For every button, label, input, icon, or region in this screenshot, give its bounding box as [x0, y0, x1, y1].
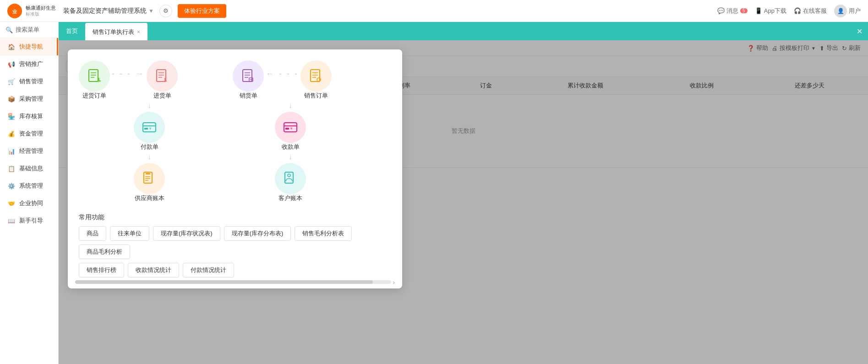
flow-item-sales-order[interactable]: 销售订单 [300, 60, 332, 100]
online-service-button[interactable]: 🎧 在线客服 [794, 7, 827, 15]
svg-text:¥: ¥ [290, 126, 293, 130]
content-area: 首页 销售订单执行表 × ✕ ❓ 帮助 [59, 22, 868, 364]
sidebar-item-purchase[interactable]: 📦 采购管理 [0, 90, 58, 108]
app-download-button[interactable]: 📱 App下载 [755, 7, 786, 15]
customer-account-icon [275, 163, 306, 194]
download-icon: 📱 [755, 7, 762, 14]
common-buttons-row2: 销售排行榜 收款情况统计 付款情况统计 [79, 263, 391, 277]
down-arrow-receipt: ↓ [275, 153, 306, 161]
sales-bill-icon [233, 60, 264, 92]
flow-section: 进货订单 - - - → 进货单 [79, 60, 391, 202]
purchase-order-icon [79, 60, 110, 92]
store-icon: 🏪 [7, 112, 16, 120]
flow-item-receipt-bill[interactable]: ¥ 收款单 [275, 112, 306, 151]
receipt-bill-icon: ¥ [275, 112, 306, 143]
down-arrow-sales: ↓ [275, 102, 306, 110]
overlay[interactable]: 进货订单 - - - → 进货单 [59, 40, 868, 364]
svg-rect-6 [157, 70, 166, 81]
arrow-po-to-pb: - - - → [110, 69, 147, 79]
system-title: 装备及固定资产辅助管理系统 [63, 7, 147, 15]
main-area: 🔍 搜索菜单 🏠 快捷导航 📢 营销推广 🛒 销售管理 📦 采购管理 🏪 [0, 22, 868, 364]
home-icon: 🏠 [7, 43, 16, 51]
quick-nav-modal: 进货订单 - - - → 进货单 [68, 49, 402, 288]
sidebar-item-finance[interactable]: 💰 资金管理 [0, 125, 58, 142]
sidebar-item-sales[interactable]: 🛒 销售管理 [0, 73, 58, 90]
svg-text:¥: ¥ [149, 126, 152, 130]
flow-item-customer-account[interactable]: 客户账本 [275, 163, 306, 202]
supplier-account-icon [134, 163, 165, 194]
chart-icon: 📊 [7, 147, 16, 155]
arrow-so-to-sb: ← - - - [264, 69, 300, 79]
sidebar-item-inventory[interactable]: 🏪 库存核算 [0, 108, 58, 125]
svg-rect-30 [146, 173, 150, 174]
book-icon: 📖 [7, 217, 16, 225]
common-functions-section: 常用功能 商品 往来单位 现存量(库存状况表) 现存量(库存分布表) 销售毛利分… [79, 213, 391, 277]
sidebar-item-system[interactable]: ⚙️ 系统管理 [0, 177, 58, 195]
svg-rect-27 [285, 128, 289, 130]
flow-item-supplier-account[interactable]: 供应商账本 [134, 163, 165, 202]
svg-text:业: 业 [12, 9, 17, 14]
tab-bar: 首页 销售订单执行表 × ✕ [59, 22, 868, 40]
sidebar-item-enterprise[interactable]: 🤝 企业协同 [0, 195, 58, 212]
scroll-thumb [75, 280, 373, 284]
common-btn-stock-dist[interactable]: 现存量(库存分布表) [224, 226, 291, 241]
purchase-bill-icon [147, 60, 178, 92]
down-arrow-payment: ↓ [134, 153, 165, 161]
svg-rect-16 [311, 70, 320, 81]
money-icon: 💰 [7, 130, 16, 138]
sidebar-item-quick-nav[interactable]: 🏠 快捷导航 [0, 38, 58, 55]
headset-icon: 🎧 [794, 7, 801, 14]
handshake-icon: 🤝 [7, 199, 16, 207]
flow-item-purchase-bill[interactable]: 进货单 [147, 60, 178, 100]
top-bar: 业 畅康通好生意 标准版 装备及固定资产辅助管理系统 ▼ ⚙ 体验行业方案 💬 … [0, 0, 868, 22]
message-button[interactable]: 💬 消息 5 [717, 7, 748, 15]
app-container: 业 畅康通好生意 标准版 装备及固定资产辅助管理系统 ▼ ⚙ 体验行业方案 💬 … [0, 0, 868, 364]
content-body: ❓ 帮助 🖨 按模板打印 ▼ ⬆ 导出 ↻ [59, 40, 868, 364]
close-all-tabs-icon[interactable]: ✕ [857, 27, 863, 36]
scroll-track [75, 280, 391, 284]
box-icon: 📦 [7, 95, 16, 103]
common-btn-partners[interactable]: 往来单位 [110, 226, 149, 241]
flow-item-purchase-order[interactable]: 进货订单 [79, 60, 110, 100]
user-avatar: 👤 [834, 5, 847, 17]
common-btn-payment-stats[interactable]: 付款情况统计 [183, 263, 234, 277]
down-arrow-purchase: ↓ [134, 102, 165, 110]
sidebar-item-operations[interactable]: 📊 经营管理 [0, 142, 58, 160]
common-btn-product[interactable]: 商品 [79, 226, 106, 241]
common-functions-title: 常用功能 [79, 213, 391, 222]
user-menu[interactable]: 👤 用户 [834, 5, 861, 17]
common-btn-sales-rank[interactable]: 销售排行榜 [79, 263, 124, 277]
flow-item-payment-bill[interactable]: ¥ 付款单 [134, 112, 165, 151]
common-btn-stock-status[interactable]: 现存量(库存状况表) [153, 226, 220, 241]
cart-icon: 🛒 [7, 77, 16, 86]
sidebar-item-marketing[interactable]: 📢 营销推广 [0, 55, 58, 73]
sidebar-item-basic-info[interactable]: 📋 基础信息 [0, 160, 58, 177]
megaphone-icon: 📢 [7, 60, 16, 68]
tab-sales-order-exec[interactable]: 销售订单执行表 × [85, 23, 147, 41]
system-title-dropdown[interactable]: 装备及固定资产辅助管理系统 ▼ [63, 7, 154, 15]
gear-icon: ⚙️ [7, 182, 16, 190]
modal-scrollbar[interactable]: › [68, 279, 402, 285]
sidebar: 🔍 搜索菜单 🏠 快捷导航 📢 营销推广 🛒 销售管理 📦 采购管理 🏪 [0, 22, 59, 364]
svg-rect-2 [89, 70, 98, 81]
common-btn-product-gross[interactable]: 商品毛利分析 [79, 244, 130, 259]
trial-button[interactable]: 体验行业方案 [178, 4, 226, 18]
svg-rect-23 [144, 128, 148, 130]
payment-bill-icon: ¥ [134, 112, 165, 143]
settings-icon[interactable]: ⚙ [159, 5, 172, 17]
dropdown-arrow-icon: ▼ [148, 8, 154, 14]
message-badge: 5 [740, 8, 748, 13]
top-right-area: 💬 消息 5 📱 App下载 🎧 在线客服 👤 用户 [717, 5, 861, 17]
flow-item-sales-bill[interactable]: 销货单 [233, 60, 264, 100]
logo-text: 畅康通好生意 标准版 [26, 5, 56, 17]
search-icon: 🔍 [5, 27, 13, 33]
scroll-right-arrow[interactable]: › [393, 279, 395, 286]
tab-home[interactable]: 首页 [59, 22, 85, 40]
common-btn-receipt-stats[interactable]: 收款情况统计 [128, 263, 179, 277]
search-menu-button[interactable]: 🔍 搜索菜单 [0, 22, 58, 38]
sidebar-item-guide[interactable]: 📖 新手引导 [0, 212, 58, 229]
common-btn-sales-gross[interactable]: 销售毛利分析表 [295, 226, 352, 241]
tab-close-icon[interactable]: × [137, 29, 140, 35]
clipboard-icon: 📋 [7, 164, 16, 173]
svg-point-35 [288, 174, 290, 177]
